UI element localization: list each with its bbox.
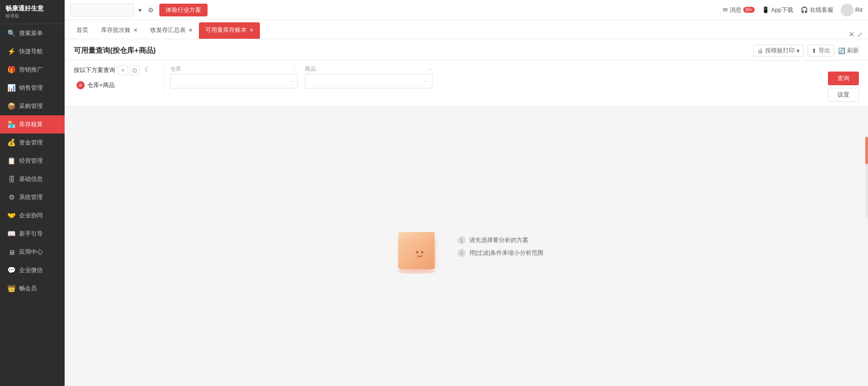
filter-settings-button[interactable]: 设置	[828, 88, 859, 102]
export-button[interactable]: ⬆ 导出	[807, 45, 834, 57]
sidebar-scroll: 🔍 搜索菜单 ⚡ 快捷导航 🎁 营销推广 📊 销售管理 📦 采购管理 🏪 库存核…	[0, 24, 65, 386]
app-download-button[interactable]: 📱 App下载	[762, 6, 793, 14]
chevron-down-icon[interactable]: ▾	[137, 5, 143, 15]
search-input[interactable]	[70, 4, 134, 16]
empty-tip-2-text: 用[过滤]条件来缩小分析范围	[469, 249, 543, 257]
empty-tip-1-text: 请先选择要分析的方案	[469, 236, 528, 244]
tip-number-2: 2	[457, 249, 466, 257]
filter-area: 按以下方案查询 ＋ ⊙ 《 ⊕ 仓库+商品 仓库	[65, 61, 868, 107]
sidebar-item-label: 基础信息	[19, 175, 43, 183]
warehouse-expand-icon[interactable]: ···	[289, 78, 294, 84]
scheme-item-warehouse-goods[interactable]: ⊕ 仓库+商品	[74, 79, 159, 92]
warehouse-input[interactable]	[174, 78, 289, 85]
messages-badge: 99+	[743, 7, 755, 13]
query-button[interactable]: 查询	[828, 72, 859, 85]
scheme-settings-button[interactable]: ⊙	[130, 65, 140, 75]
main-area: ▾ ⚙ 体验行业方案 ✉ 消息 99+ 📱 App下载 🎧 在线客服 Rit	[65, 0, 868, 386]
sidebar-item-label: 采购管理	[19, 102, 43, 110]
user-profile[interactable]: Rit	[841, 4, 863, 16]
filter-field-goods: 商品 ··· ···	[305, 65, 432, 88]
tab-summary[interactable]: 收发存汇总表 ✕	[144, 22, 199, 39]
app-download-label: App下载	[771, 6, 793, 14]
tab-available-inventory-label: 可用量库存账本	[205, 26, 247, 34]
sidebar-item-operation[interactable]: 📋 经营管理	[0, 152, 65, 170]
purchase-icon: 📦	[7, 102, 15, 110]
add-scheme-button[interactable]: ＋	[118, 65, 128, 75]
wechat-icon: 💬	[7, 266, 15, 274]
sidebar-item-wechat[interactable]: 💬 企业微信	[0, 261, 65, 279]
sidebar-item-quicknav[interactable]: ⚡ 快捷导航	[0, 42, 65, 61]
system-icon: ⚙	[7, 193, 15, 201]
export-icon: ⬆	[812, 47, 817, 54]
right-scrollbar-thumb	[865, 137, 868, 164]
empty-box-eye-right	[421, 251, 423, 253]
empty-box-face	[413, 249, 426, 259]
messages-button[interactable]: ✉ 消息 99+	[723, 6, 755, 14]
filter-scheme-label: 按以下方案查询	[74, 66, 115, 74]
sidebar-item-marketing[interactable]: 🎁 营销推广	[0, 61, 65, 79]
sidebar-item-label: 系统管理	[19, 193, 43, 201]
trial-button[interactable]: 体验行业方案	[159, 4, 208, 16]
empty-shadow	[398, 269, 435, 274]
empty-box	[398, 237, 435, 269]
sales-icon: 📊	[7, 84, 15, 92]
empty-tips: 1 请先选择要分析的方案 2 用[过滤]条件来缩小分析范围	[457, 236, 543, 257]
tab-summary-close[interactable]: ✕	[188, 27, 193, 33]
sidebar-item-label: 搜索菜单	[19, 29, 43, 37]
topbar-search-area: ▾ ⚙	[70, 4, 156, 16]
sidebar-item-label: 企业协同	[19, 211, 43, 220]
settings-icon[interactable]: ⚙	[146, 5, 156, 15]
filter-scheme-actions: ＋ ⊙ 《	[118, 65, 148, 75]
empty-tip-2: 2 用[过滤]条件来缩小分析范围	[457, 249, 543, 257]
page-content: 可用量查询(按仓库+商品) 🖨 按模板打印 ▾ ⬆ 导出 🔄 刷新	[65, 39, 868, 386]
export-label: 导出	[818, 46, 830, 55]
filter-scheme-header: 按以下方案查询 ＋ ⊙ 《	[74, 65, 159, 75]
marketing-icon: 🎁	[7, 66, 15, 74]
empty-box-mouth	[417, 255, 422, 257]
sidebar-item-base[interactable]: 🗄 基础信息	[0, 170, 65, 188]
warehouse-more-icon[interactable]: ···	[293, 66, 298, 72]
goods-more-icon[interactable]: ···	[428, 66, 432, 72]
sidebar-item-sales[interactable]: 📊 销售管理	[0, 79, 65, 97]
sidebar-item-guide[interactable]: 📖 新手引导	[0, 225, 65, 243]
tab-expand-icon[interactable]: ⤢	[857, 31, 863, 38]
sidebar-item-appcenter[interactable]: 🖥 应用中心	[0, 243, 65, 261]
user-name: Rit	[855, 6, 863, 13]
sidebar-item-vip[interactable]: 👑 畅会员	[0, 279, 65, 298]
sidebar-item-finance[interactable]: 💰 资金管理	[0, 134, 65, 152]
sidebar-item-label: 企业微信	[19, 266, 43, 274]
tab-batch-account-close[interactable]: ✕	[133, 27, 137, 33]
collapse-icon[interactable]: 《	[142, 66, 148, 74]
tab-home[interactable]: 首页	[70, 22, 95, 39]
goods-input-wrapper: ···	[305, 74, 432, 88]
sidebar-item-search[interactable]: 🔍 搜索菜单	[0, 24, 65, 42]
tab-close-all-icon[interactable]: ✕	[848, 30, 854, 39]
filter-field-warehouse: 仓库 ··· ···	[170, 65, 298, 88]
warehouse-input-wrapper: ···	[170, 74, 298, 88]
warehouse-label: 仓库	[170, 65, 181, 73]
sidebar-item-enterprise[interactable]: 🤝 企业协同	[0, 206, 65, 225]
print-chevron-icon: ▾	[797, 47, 800, 54]
empty-box-eyes	[416, 251, 423, 253]
tab-batch-account[interactable]: 库存批次账 ✕	[95, 22, 144, 39]
page-title: 可用量查询(按仓库+商品)	[74, 46, 156, 56]
refresh-button[interactable]: 🔄 刷新	[838, 46, 859, 55]
goods-expand-icon[interactable]: ···	[424, 78, 428, 84]
tab-available-inventory[interactable]: 可用量库存账本 ✕	[199, 22, 260, 39]
tab-home-label: 首页	[76, 26, 88, 34]
avatar	[841, 4, 853, 16]
tab-available-inventory-close[interactable]: ✕	[249, 27, 254, 33]
goods-input[interactable]	[309, 78, 424, 85]
online-service-button[interactable]: 🎧 在线客服	[801, 6, 833, 14]
tab-batch-account-label: 库存批次账	[101, 26, 131, 34]
operation-icon: 📋	[7, 157, 15, 165]
enterprise-icon: 🤝	[7, 211, 15, 220]
right-scrollbar[interactable]	[865, 137, 868, 219]
sidebar-item-purchase[interactable]: 📦 采购管理	[0, 97, 65, 115]
messages-label: 消息	[730, 6, 741, 14]
template-print-button[interactable]: 🖨 按模板打印 ▾	[753, 45, 804, 57]
base-icon: 🗄	[7, 175, 15, 183]
sidebar-item-system[interactable]: ⚙ 系统管理	[0, 188, 65, 206]
sidebar-item-inventory[interactable]: 🏪 库存核算	[0, 115, 65, 134]
sidebar-item-label: 新手引导	[19, 230, 43, 238]
